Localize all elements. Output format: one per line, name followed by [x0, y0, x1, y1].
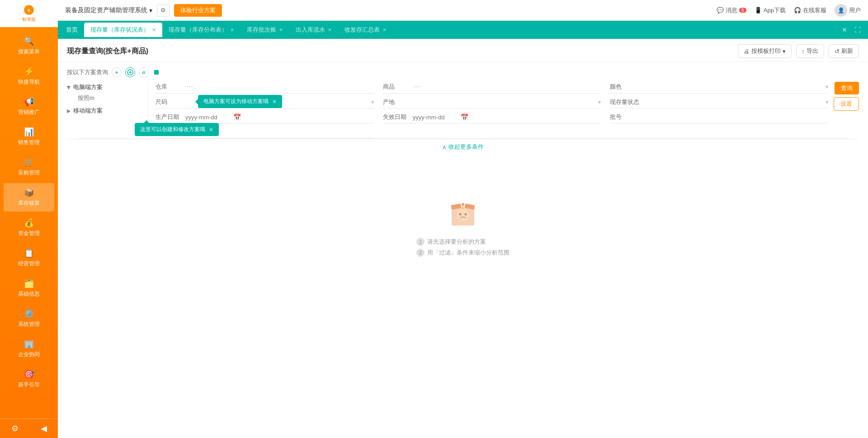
sidebar-item-operations[interactable]: 📋 经营管理: [4, 244, 54, 272]
sidebar-item-sales[interactable]: 📊 销售管理: [4, 122, 54, 151]
tab-close-icon[interactable]: ✕: [279, 27, 283, 33]
print-label: 按模板打印: [751, 47, 781, 55]
sidebar-item-label: 新手引导: [18, 381, 40, 389]
tab-batch-ledger[interactable]: 库存批次账 ✕: [241, 23, 289, 37]
filter-row-3: 生产日期 📅 失效日期 📅: [156, 113, 828, 123]
tab-label: 出入库流水: [296, 26, 325, 34]
sidebar-item-label: 快捷导航: [18, 78, 40, 86]
color-select[interactable]: ▾: [641, 84, 828, 90]
query-button[interactable]: 查询: [835, 82, 859, 94]
batch-input[interactable]: [641, 114, 828, 121]
avatar-icon: 👤: [838, 7, 844, 14]
logo-area: 6 标准版: [0, 0, 58, 27]
sidebar-item-purchase[interactable]: 🛒 采购管理: [4, 153, 54, 181]
edit-icon: [127, 69, 133, 75]
top-header: 装备及固定资产辅助管理系统 ▾ ⚙ 体验行业方案 💬 消息 6 📱 App下载 …: [58, 0, 868, 21]
sidebar-item-basic[interactable]: 🗂️ 基础信息: [4, 274, 54, 302]
sidebar-item-system[interactable]: ⚙️ 系统管理: [4, 304, 54, 333]
edit-scheme-btn[interactable]: [125, 67, 135, 77]
print-button[interactable]: 🖨 按模板打印 ▾: [738, 44, 792, 58]
tab-inventory-dist[interactable]: 现存量（库存分布表） ✕: [162, 23, 241, 37]
sidebar: 6 标准版 🔍 搜索菜单 ⚡ 快捷导航 📢 营销推广 📊 销售管理 🛒 采购管理…: [0, 0, 58, 438]
refresh-button[interactable]: ↺ 刷新: [829, 44, 859, 58]
tab-close-icon[interactable]: ✕: [382, 27, 387, 33]
sidebar-item-label: 经营管理: [18, 260, 40, 268]
empty-hint-1: 1 请先选择要分析的方案: [416, 238, 509, 246]
scheme-tree-pc[interactable]: ▶ 电脑端方案: [67, 82, 142, 93]
tab-close-icon[interactable]: ✕: [152, 27, 156, 33]
tab-inout-flow[interactable]: 出入库流水 ✕: [289, 23, 338, 37]
goods-label: 商品: [383, 83, 410, 91]
scheme-tree-mobile[interactable]: ▶ 移动端方案: [67, 105, 142, 116]
settings-btn[interactable]: ⚙: [11, 424, 19, 433]
content-area: 现存量查询(按仓库+商品) 🖨 按模板打印 ▾ ↑ 导出 ↺ 刷新: [58, 39, 868, 438]
tab-home[interactable]: 首页: [60, 23, 84, 37]
tab-inventory-status[interactable]: 现存量（库存状况表） ✕: [84, 23, 162, 37]
collapse-btn[interactable]: ◀: [41, 424, 47, 433]
production-date-start-input[interactable]: [185, 114, 231, 121]
svg-point-12: [462, 203, 464, 206]
scheme-tree-pc-child[interactable]: 按照m: [67, 93, 142, 104]
sidebar-item-quicknav[interactable]: ⚡ 快捷导航: [4, 62, 54, 90]
tooltip-close-btn2[interactable]: ✕: [209, 127, 213, 133]
set-button[interactable]: 设置: [834, 97, 859, 111]
header-left: 装备及固定资产辅助管理系统 ▾ ⚙ 体验行业方案: [65, 4, 222, 17]
chevron-icon: ▾: [598, 99, 601, 105]
svg-point-10: [465, 213, 467, 216]
online-service-action[interactable]: 🎧 在线客服: [794, 6, 826, 14]
tab-close-icon[interactable]: ✕: [230, 27, 234, 33]
sidebar-footer: ⚙ ◀: [0, 419, 58, 438]
export-icon: ↑: [802, 48, 805, 55]
user-action[interactable]: 👤 用户: [835, 4, 861, 17]
sidebar-item-inventory[interactable]: 📦 库存核算: [4, 183, 54, 212]
finance-icon: 💰: [24, 218, 34, 228]
service-icon: 🎧: [794, 7, 801, 14]
calendar-icon[interactable]: 📅: [233, 113, 241, 121]
tab-receipt-summary[interactable]: 收发存汇总表 ✕: [338, 23, 393, 37]
empty-hints: 1 请先选择要分析的方案 2 用「过滤」条件来缩小分析范围: [416, 238, 509, 257]
calendar-icon[interactable]: 📅: [461, 113, 468, 121]
sidebar-item-marketing[interactable]: 📢 营销推广: [4, 92, 54, 121]
filter-fields: 仓库 ··· 商品 ··· 颜色: [148, 82, 828, 138]
empty-hint-2: 2 用「过滤」条件来缩小分析范围: [416, 249, 509, 257]
filter-warehouse: 仓库 ···: [156, 82, 374, 94]
industry-button[interactable]: 体验行业方案: [174, 4, 222, 17]
message-badge: 6: [739, 8, 746, 13]
expand-icon: ▶: [67, 108, 71, 114]
sidebar-item-finance[interactable]: 💰 资金管理: [4, 213, 54, 242]
chevron-down-icon: ▾: [149, 7, 152, 14]
gear-button[interactable]: ⚙: [157, 4, 170, 17]
filter-stock-status: 现存量状态 ▾: [610, 98, 828, 108]
tab-close-icon[interactable]: ✕: [328, 27, 332, 33]
refresh-icon: ↺: [835, 48, 840, 55]
tooltip-close-btn[interactable]: ✕: [272, 99, 277, 105]
collapse-bar[interactable]: ∧ 收起更多条件: [67, 139, 859, 155]
marketing-icon: 📢: [24, 97, 34, 107]
back-scheme-btn[interactable]: «: [139, 67, 149, 77]
filter-header: 按以下方案查询 + «: [67, 67, 859, 77]
print-icon: 🖨: [744, 48, 750, 55]
filter-color: 颜色 ▾: [610, 82, 828, 94]
system-selector[interactable]: 装备及固定资产辅助管理系统 ▾: [65, 6, 152, 14]
expiry-date-input[interactable]: [413, 114, 458, 121]
app-download-action[interactable]: 📱 App下载: [755, 6, 786, 14]
add-scheme-btn[interactable]: +: [112, 67, 122, 77]
stock-status-select[interactable]: ▾: [643, 99, 828, 105]
create-tooltip: 这里可以创建和修改方案哦 ✕: [135, 123, 219, 136]
tab-close-all-icon[interactable]: ✕: [840, 25, 849, 34]
sidebar-item-enterprise[interactable]: 🏢 企业协同: [4, 334, 54, 363]
message-action[interactable]: 💬 消息 6: [717, 6, 746, 14]
message-icon: 💬: [717, 7, 724, 14]
sidebar-item-label: 搜索菜单: [18, 48, 40, 56]
export-button[interactable]: ↑ 导出: [796, 44, 825, 58]
tab-label: 现存量（库存分布表）: [169, 26, 227, 34]
sidebar-item-search[interactable]: 🔍 搜索菜单: [4, 32, 54, 60]
sidebar-item-guide[interactable]: 🎯 新手引导: [4, 365, 54, 393]
sales-icon: 📊: [24, 127, 34, 137]
purchase-icon: 🛒: [24, 157, 34, 167]
origin-select[interactable]: ▾: [414, 99, 601, 105]
goods-dots[interactable]: ···: [414, 82, 420, 91]
tab-expand-icon[interactable]: ⛶: [853, 25, 863, 34]
basic-icon: 🗂️: [24, 278, 34, 288]
warehouse-dots[interactable]: ···: [186, 82, 193, 91]
